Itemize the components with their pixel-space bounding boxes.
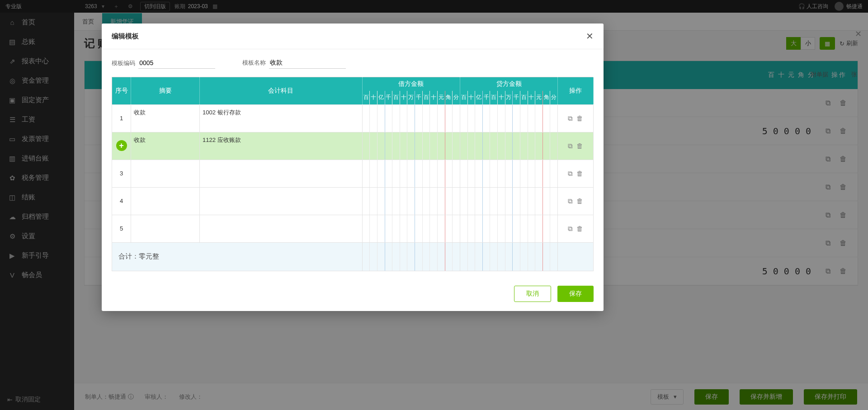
digit-cell[interactable] [377,160,385,187]
digit-cell[interactable] [400,243,408,271]
digit-cell[interactable] [483,160,491,187]
digit-cell[interactable] [475,105,483,132]
digit-cell[interactable] [438,215,445,242]
digit-cell[interactable] [543,105,551,132]
cell-debit[interactable] [362,104,460,132]
digit-cell[interactable] [400,132,408,160]
name-input[interactable] [269,57,346,69]
digit-cell[interactable] [528,105,536,132]
digit-cell[interactable] [543,243,551,271]
digit-cell[interactable] [505,132,513,160]
digit-cell[interactable] [385,188,393,215]
digit-cell[interactable] [490,188,498,215]
cell-summary[interactable]: 收款 [131,104,200,132]
digit-cell[interactable] [490,215,498,242]
cell-account[interactable] [200,160,363,187]
digit-cell[interactable] [392,132,400,160]
digit-cell[interactable] [535,243,543,271]
digit-cell[interactable] [430,243,438,271]
digit-cell[interactable] [415,188,423,215]
digit-cell[interactable] [423,132,430,160]
digit-cell[interactable] [513,215,520,242]
trash-icon[interactable]: 🗑 [576,114,583,122]
digit-cell[interactable] [377,215,385,242]
digit-cell[interactable] [498,243,505,271]
digit-cell[interactable] [550,188,557,215]
digit-cell[interactable] [453,105,460,132]
digit-cell[interactable] [370,105,377,132]
digit-cell[interactable] [483,105,491,132]
digit-cell[interactable] [535,160,543,187]
digit-cell[interactable] [445,105,453,132]
cell-credit[interactable] [460,160,557,187]
digit-cell[interactable] [498,160,505,187]
cell-summary[interactable] [131,215,200,242]
save-button[interactable]: 保存 [557,286,594,302]
digit-cell[interactable] [528,160,536,187]
digit-cell[interactable] [415,243,423,271]
digit-cell[interactable] [407,105,415,132]
copy-icon[interactable]: ⧉ [568,197,573,205]
trash-icon[interactable]: 🗑 [576,170,583,177]
copy-icon[interactable]: ⧉ [568,114,573,122]
code-input[interactable] [138,57,215,69]
digit-cell[interactable] [513,160,520,187]
digit-cell[interactable] [483,188,491,215]
cell-debit[interactable] [362,132,460,160]
digit-cell[interactable] [392,160,400,187]
digit-cell[interactable] [498,105,505,132]
digit-cell[interactable] [453,243,460,271]
digit-cell[interactable] [475,160,483,187]
digit-cell[interactable] [392,243,400,271]
digit-cell[interactable] [460,188,468,215]
digit-cell[interactable] [385,215,393,242]
digit-cell[interactable] [407,132,415,160]
digit-cell[interactable] [468,243,476,271]
cell-credit[interactable] [460,187,557,215]
digit-cell[interactable] [385,105,393,132]
digit-cell[interactable] [550,243,557,271]
digit-cell[interactable] [483,215,491,242]
digit-cell[interactable] [468,105,476,132]
digit-cell[interactable] [423,188,430,215]
digit-cell[interactable] [377,105,385,132]
digit-cell[interactable] [543,132,551,160]
digit-cell[interactable] [445,243,453,271]
digit-cell[interactable] [363,160,370,187]
digit-cell[interactable] [377,188,385,215]
digit-cell[interactable] [415,132,423,160]
digit-cell[interactable] [430,188,438,215]
digit-cell[interactable] [407,160,415,187]
digit-cell[interactable] [505,105,513,132]
digit-cell[interactable] [453,160,460,187]
digit-cell[interactable] [445,215,453,242]
digit-cell[interactable] [370,160,377,187]
digit-cell[interactable] [468,188,476,215]
digit-cell[interactable] [392,188,400,215]
digit-cell[interactable] [498,215,505,242]
digit-cell[interactable] [460,160,468,187]
digit-cell[interactable] [385,243,393,271]
digit-cell[interactable] [468,215,476,242]
trash-icon[interactable]: 🗑 [576,142,583,150]
digit-cell[interactable] [423,160,430,187]
digit-cell[interactable] [363,243,370,271]
digit-cell[interactable] [460,243,468,271]
digit-cell[interactable] [377,243,385,271]
cell-debit[interactable] [362,215,460,242]
digit-cell[interactable] [550,105,557,132]
cell-credit[interactable] [460,104,557,132]
digit-cell[interactable] [490,243,498,271]
digit-cell[interactable] [505,243,513,271]
digit-cell[interactable] [438,132,445,160]
digit-cell[interactable] [528,215,536,242]
digit-cell[interactable] [430,215,438,242]
cell-summary[interactable] [131,160,200,187]
digit-cell[interactable] [520,215,528,242]
cell-debit[interactable] [362,187,460,215]
digit-cell[interactable] [498,188,505,215]
digit-cell[interactable] [423,243,430,271]
digit-cell[interactable] [453,188,460,215]
digit-cell[interactable] [513,132,520,160]
digit-cell[interactable] [543,215,551,242]
